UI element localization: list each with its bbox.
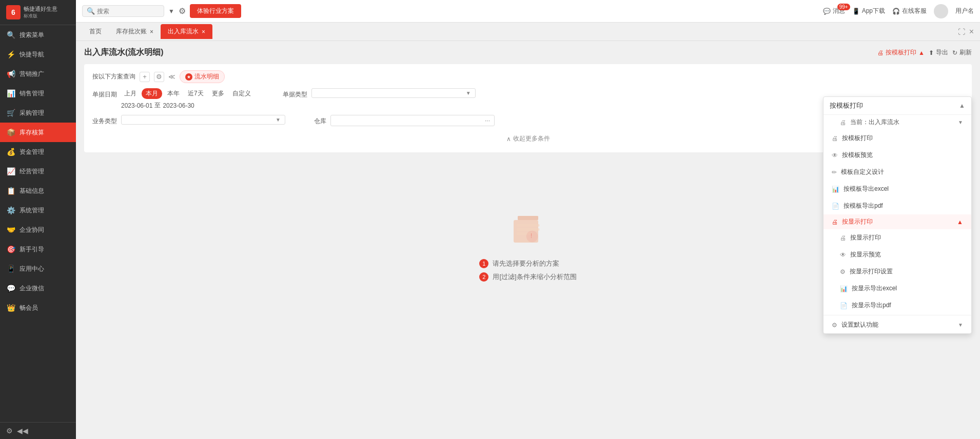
date-opt-this-month[interactable]: 本月 [142, 88, 162, 99]
tab-maximize-icon[interactable]: ⛶ [958, 28, 965, 36]
date-opt-7days[interactable]: 近7天 [185, 88, 207, 99]
svg-rect-1 [518, 216, 538, 220]
step-2-num: 2 [479, 272, 488, 282]
app-download-label: App下载 [862, 7, 885, 15]
business-type-select[interactable]: ▼ [121, 115, 285, 125]
template-preview-item[interactable]: 👁 按模板预览 [824, 147, 971, 164]
set-default-icon: ⚙ [832, 322, 837, 329]
display-print-section-label: 按显示打印 [842, 217, 953, 226]
date-range: 2023-06-01 至 2023-06-30 [121, 101, 254, 110]
date-opt-more[interactable]: 更多 [209, 88, 227, 99]
filter-add-button[interactable]: + [140, 72, 150, 82]
tab-flow[interactable]: 出入库流水 × [161, 24, 212, 39]
page-actions: 🖨 按模板打印 ▲ ⬆ 导出 ↻ 刷新 [877, 48, 972, 57]
template-print-icon: 🖨 [832, 135, 838, 142]
collapse-sidebar-icon[interactable]: ◀◀ [17, 427, 28, 435]
date-from: 2023-06-01 [121, 102, 152, 109]
sidebar-item-collab[interactable]: 🤝 企业协同 [0, 220, 76, 240]
app-download-button[interactable]: 📱 App下载 [852, 7, 885, 15]
sidebar-item-system[interactable]: ⚙️ 系统管理 [0, 201, 76, 220]
display-print-item[interactable]: 🖨 按显示打印 [824, 229, 971, 246]
logo-icon: 6 [6, 5, 21, 19]
sidebar-item-operations[interactable]: 📈 经营管理 [0, 162, 76, 181]
settings-icon[interactable]: ⚙ [6, 427, 13, 435]
template-print-item[interactable]: 🖨 按模板打印 [824, 130, 971, 147]
sidebar-item-marketing[interactable]: 📢 营销推广 [0, 64, 76, 84]
business-type-field: 业务类型 ▼ [92, 115, 285, 126]
step-1-num: 1 [479, 259, 488, 268]
empty-steps: 1 请先选择要分析的方案 2 用[过滤]条件来缩小分析范围 [479, 259, 576, 286]
date-opt-custom[interactable]: 自定义 [229, 88, 254, 99]
warehouse-label: 仓库 [314, 117, 326, 126]
dropdown-panel-header: 按模板打印 ▲ [824, 97, 971, 115]
display-settings-item[interactable]: ⚙ 按显示打印设置 [824, 263, 971, 280]
sidebar-item-appcenter[interactable]: 📱 应用中心 [0, 259, 76, 278]
export-label: 导出 [936, 48, 948, 57]
search-box[interactable]: 🔍 [82, 5, 164, 17]
set-default-item[interactable]: ⚙ 设置默认功能 ▼ [824, 316, 971, 333]
date-options: 上月 本月 本年 近7天 更多 自定义 [121, 88, 254, 99]
display-pdf-item[interactable]: 📄 按显示导出pdf [824, 297, 971, 314]
warehouse-more-icon[interactable]: ··· [485, 117, 490, 124]
sidebar-item-finance[interactable]: 💰 资金管理 [0, 142, 76, 162]
date-options-group: 上月 本月 本年 近7天 更多 自定义 2023-06-01 至 2023-06… [121, 88, 254, 110]
filter-collapse-button[interactable]: ≪ [168, 73, 175, 81]
page-header: 出入库流水(流水明细) 🖨 按模板打印 ▲ ⬆ 导出 ↻ 刷新 [84, 47, 972, 58]
filter-header: 按以下方案查询 + ⚙ ≪ ★ 流水明细 [92, 70, 964, 83]
message-button[interactable]: 💬 消息 99+ [823, 7, 845, 15]
display-preview-item[interactable]: 👁 按显示预览 [824, 246, 971, 263]
svg-rect-2 [517, 224, 540, 227]
tab-home-label: 首页 [89, 27, 102, 36]
search-input[interactable] [97, 8, 148, 15]
sidebar-item-basic[interactable]: 📋 基础信息 [0, 181, 76, 201]
filter-settings-button[interactable]: ⚙ [154, 72, 164, 82]
svg-rect-3 [517, 228, 540, 231]
export-button[interactable]: ⬆ 导出 [929, 48, 948, 57]
warehouse-input[interactable]: ··· [330, 115, 495, 126]
template-custom-item[interactable]: ✏ 模板自定义设计 [824, 164, 971, 181]
sidebar-item-label-purchase: 采购管理 [19, 109, 44, 117]
step-2-text: 用[过滤]条件来缩小分析范围 [493, 272, 576, 282]
template-preview-icon: 👁 [832, 152, 838, 159]
sidebar-item-inventory[interactable]: 📦 库存核算 [0, 123, 76, 142]
sidebar-item-search[interactable]: 🔍 搜索菜单 [0, 25, 76, 45]
display-excel-item[interactable]: 📊 按显示导出excel [824, 280, 971, 297]
date-opt-last-month[interactable]: 上月 [121, 88, 140, 99]
template-excel-item[interactable]: 📊 按模板导出excel [824, 181, 971, 197]
display-pdf-icon: 📄 [840, 302, 848, 309]
search-dropdown-icon[interactable]: ▼ [168, 8, 174, 15]
tab-flow-close[interactable]: × [202, 28, 205, 35]
tab-batch-close[interactable]: × [150, 28, 153, 35]
doc-type-select[interactable]: ▼ [311, 88, 476, 98]
date-opt-this-year[interactable]: 本年 [164, 88, 183, 99]
display-print-section[interactable]: 🖨 按显示打印 ▲ [824, 214, 971, 229]
tab-batch[interactable]: 库存批次账 × [109, 24, 161, 39]
sidebar-item-purchase[interactable]: 🛒 采购管理 [0, 103, 76, 123]
dropdown-panel-toggle[interactable]: ▲ [959, 102, 965, 109]
dropdown-current: 🖨 当前：出入库流水 ▼ [824, 115, 971, 130]
sidebar-item-shortcut[interactable]: ⚡ 快捷导航 [0, 45, 76, 64]
sidebar-item-guide[interactable]: 🎯 新手引导 [0, 240, 76, 259]
tab-close-all-icon[interactable]: × [969, 27, 974, 36]
template-preview-label: 按模板预览 [842, 151, 963, 159]
display-settings-label: 按显示打印设置 [850, 267, 963, 276]
tab-home[interactable]: 首页 [82, 24, 109, 39]
sidebar-item-label-marketing: 营销推广 [19, 70, 44, 78]
business-type-arrow: ▼ [276, 117, 281, 123]
sidebar-item-label-shortcut: 快捷导航 [19, 50, 44, 59]
customer-service-button[interactable]: 🎧 在线客服 [892, 7, 927, 15]
print-template-button[interactable]: 🖨 按模板打印 ▲ [877, 48, 925, 57]
refresh-button[interactable]: ↻ 刷新 [952, 48, 972, 57]
template-pdf-item[interactable]: 📄 按模板导出pdf [824, 197, 971, 214]
sidebar-item-sales[interactable]: 📊 销售管理 [0, 84, 76, 103]
sidebar-item-wechat[interactable]: 💬 企业微信 [0, 278, 76, 298]
template-custom-label: 模板自定义设计 [841, 168, 963, 176]
sidebar-item-label-member: 畅会员 [19, 304, 38, 312]
gear-icon[interactable]: ⚙ [179, 6, 186, 16]
user-avatar[interactable] [934, 4, 948, 18]
trial-button[interactable]: 体验行业方案 [190, 4, 241, 18]
tab-flow-label: 出入库流水 [168, 27, 199, 36]
logo-name: 畅捷通好生意 [24, 5, 57, 12]
sidebar-item-member[interactable]: 👑 畅会员 [0, 298, 76, 317]
sidebar-item-icon-shortcut: ⚡ [6, 50, 15, 59]
